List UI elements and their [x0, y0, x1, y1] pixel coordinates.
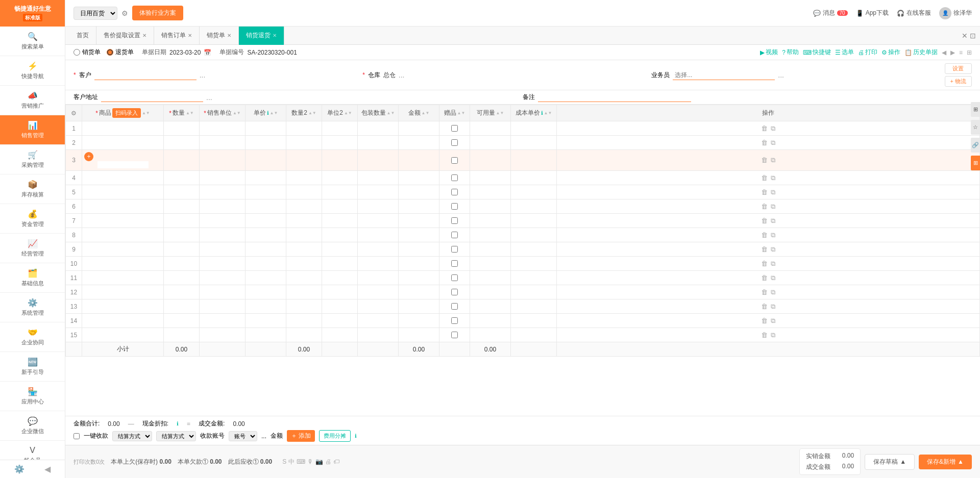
gift-checkbox-15[interactable]: [451, 332, 458, 338]
row-amount-10[interactable]: [399, 257, 439, 271]
row-available-8[interactable]: [470, 228, 511, 242]
row-pack-qty-7[interactable]: [358, 214, 399, 228]
row-unit2-9[interactable]: [322, 242, 358, 257]
row-gift-4[interactable]: [439, 171, 470, 185]
gift-checkbox-2[interactable]: [451, 139, 458, 146]
nav-next[interactable]: ▶: [950, 49, 955, 56]
industry-dropdown[interactable]: 日用百货: [74, 7, 117, 20]
radio-return[interactable]: 退货单: [107, 48, 134, 57]
row-gift-10[interactable]: [439, 257, 470, 271]
sidebar-item-guide[interactable]: 🆕新手引导: [0, 352, 65, 382]
row-pack-qty-3[interactable]: [358, 150, 399, 171]
row-unit-price-8[interactable]: [246, 228, 286, 242]
gift-checkbox-10[interactable]: [451, 260, 458, 267]
gift-checkbox-7[interactable]: [451, 217, 458, 224]
row-qty2-10[interactable]: [286, 257, 322, 271]
row-qty2-5[interactable]: [286, 185, 322, 199]
row-gift-6[interactable]: [439, 199, 470, 214]
row-pack-qty-9[interactable]: [358, 242, 399, 257]
save-draft-button[interactable]: 保存草稿 ▲: [865, 454, 915, 470]
row-gift-1[interactable]: [439, 121, 470, 136]
row-qty2-1[interactable]: [286, 121, 322, 136]
row-product-9[interactable]: [82, 242, 164, 257]
tab-close-sale-order[interactable]: ✕: [188, 33, 192, 38]
row-amount-2[interactable]: [399, 136, 439, 150]
row-product-12[interactable]: [82, 285, 164, 299]
tabs-close-btn[interactable]: ✕: [962, 32, 968, 40]
gift-checkbox-8[interactable]: [451, 232, 458, 238]
row-sale-unit-3[interactable]: [200, 150, 246, 171]
row-gift-2[interactable]: [439, 136, 470, 150]
copy-icon-4[interactable]: ⧉: [771, 174, 775, 182]
calc-select[interactable]: 结算方式: [156, 431, 196, 441]
sidebar-item-finance[interactable]: 💰资金管理: [0, 204, 65, 234]
sidebar-item-purchase[interactable]: 🛒采购管理: [0, 145, 65, 174]
row-amount-15[interactable]: [399, 328, 439, 342]
row-product-4[interactable]: [82, 171, 164, 185]
row-amount-14[interactable]: [399, 314, 439, 328]
table-gear-icon[interactable]: ⚙: [71, 110, 77, 117]
row-qty2-6[interactable]: [286, 199, 322, 214]
row-available-14[interactable]: [470, 314, 511, 328]
row-pack-qty-12[interactable]: [358, 285, 399, 299]
row-unit-price-6[interactable]: [246, 199, 286, 214]
add-button[interactable]: ＋ 添加: [287, 430, 315, 442]
delete-icon-1[interactable]: 🗑: [761, 124, 768, 133]
copy-icon-12[interactable]: ⧉: [771, 288, 775, 296]
row-sale-unit-8[interactable]: [200, 228, 246, 242]
tab-close-sale-price[interactable]: ✕: [142, 33, 146, 38]
calendar-icon[interactable]: 📅: [204, 49, 211, 56]
topbar-gear-icon[interactable]: ⚙: [121, 9, 128, 17]
copy-icon-5[interactable]: ⧉: [771, 188, 775, 196]
fenpei-button[interactable]: 费用分摊: [319, 430, 351, 442]
row-unit-price-4[interactable]: [246, 171, 286, 185]
row-unit2-12[interactable]: [322, 285, 358, 299]
row-sale-unit-13[interactable]: [200, 299, 246, 314]
gift-checkbox-13[interactable]: [451, 303, 458, 310]
delete-icon-10[interactable]: 🗑: [761, 260, 768, 268]
row-unit2-14[interactable]: [322, 314, 358, 328]
gift-checkbox-3[interactable]: [451, 157, 458, 164]
settings-icon[interactable]: ⚙️: [14, 464, 24, 474]
gift-checkbox-5[interactable]: [451, 189, 458, 195]
delete-icon-4[interactable]: 🗑: [761, 174, 768, 182]
row-unit2-10[interactable]: [322, 257, 358, 271]
row-cost-price-15[interactable]: [511, 328, 557, 342]
action-select[interactable]: ☰ 选单: [835, 48, 854, 57]
copy-icon-6[interactable]: ⧉: [771, 203, 775, 211]
row-product-1[interactable]: [82, 121, 164, 136]
row-cost-price-1[interactable]: [511, 121, 557, 136]
tab-close-sale-return[interactable]: ✕: [273, 33, 277, 38]
row-sale-unit-11[interactable]: [200, 271, 246, 285]
row-qty-3[interactable]: [164, 150, 200, 171]
row-product-2[interactable]: [82, 136, 164, 150]
row-unit2-13[interactable]: [322, 299, 358, 314]
row-gift-13[interactable]: [439, 299, 470, 314]
row-qty2-2[interactable]: [286, 136, 322, 150]
row-qty-7[interactable]: [164, 214, 200, 228]
row-unit-price-5[interactable]: [246, 185, 286, 199]
product-input-3[interactable]: [97, 161, 149, 168]
tab-sale-price[interactable]: 售价提取设置✕: [96, 27, 154, 45]
row-cost-price-13[interactable]: [511, 299, 557, 314]
row-product-7[interactable]: [82, 214, 164, 228]
remark-input[interactable]: [538, 92, 691, 102]
tab-home[interactable]: 首页: [69, 27, 96, 45]
row-gift-7[interactable]: [439, 214, 470, 228]
row-gift-5[interactable]: [439, 185, 470, 199]
row-pack-qty-13[interactable]: [358, 299, 399, 314]
customer-input[interactable]: [94, 70, 197, 80]
delete-icon-12[interactable]: 🗑: [761, 288, 768, 296]
row-qty2-11[interactable]: [286, 271, 322, 285]
row-sale-unit-14[interactable]: [200, 314, 246, 328]
row-qty-11[interactable]: [164, 271, 200, 285]
row-available-1[interactable]: [470, 121, 511, 136]
sidebar-item-member[interactable]: V畅会员: [0, 441, 65, 460]
gift-checkbox-1[interactable]: [451, 125, 458, 132]
sidebar-item-search[interactable]: 🔍搜索菜单: [0, 27, 65, 56]
row-cost-price-4[interactable]: [511, 171, 557, 185]
row-unit-price-1[interactable]: [246, 121, 286, 136]
row-qty-5[interactable]: [164, 185, 200, 199]
row-cost-price-6[interactable]: [511, 199, 557, 214]
nav-prev[interactable]: ◀: [942, 49, 946, 56]
